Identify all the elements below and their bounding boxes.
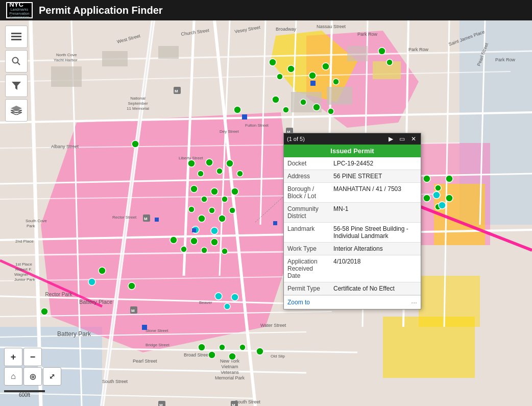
layers-button[interactable]: [5, 99, 28, 122]
svg-rect-168: [273, 221, 277, 225]
popup-field-label: Work Type: [284, 243, 330, 255]
filter-icon: [12, 82, 21, 90]
svg-text:Bridge Street: Bridge Street: [146, 343, 170, 347]
svg-text:Battery Place: Battery Place: [79, 299, 112, 305]
svg-point-154: [446, 195, 453, 202]
svg-point-124: [201, 196, 207, 202]
map-container: West Street Church Street Vesey Street B…: [0, 20, 532, 406]
page-title: Permit Application Finder: [39, 5, 163, 16]
svg-point-145: [99, 267, 106, 274]
locate-button[interactable]: ◎: [23, 367, 42, 386]
svg-point-131: [219, 215, 226, 222]
popup-field-label: Application Received Date: [284, 255, 330, 282]
logo-text: NYC: [9, 1, 29, 8]
svg-point-127: [231, 188, 238, 195]
zoom-in-button[interactable]: +: [4, 348, 22, 366]
svg-text:South Cove: South Cove: [26, 219, 47, 223]
map-background: West Street Church Street Vesey Street B…: [0, 20, 532, 406]
app-header: NYC LandmarksPreservationCommission Perm…: [0, 0, 532, 20]
svg-text:Albany Street: Albany Street: [51, 144, 79, 149]
search-button[interactable]: [5, 50, 28, 73]
more-options-button[interactable]: ···: [411, 298, 417, 306]
popup-field-value: LPC-19-24452: [330, 157, 421, 170]
svg-point-121: [226, 160, 233, 167]
svg-point-107: [322, 63, 329, 70]
svg-rect-167: [155, 218, 159, 222]
popup-table-row: DocketLPC-19-24452: [284, 157, 421, 170]
list-view-button[interactable]: [5, 26, 28, 48]
svg-point-135: [190, 237, 198, 245]
svg-text:Fulton Street: Fulton Street: [245, 123, 269, 128]
svg-rect-166: [192, 228, 196, 232]
zoom-to-link[interactable]: Zoom to: [287, 299, 310, 306]
svg-text:Vietnam: Vietnam: [222, 364, 238, 369]
svg-point-125: [211, 188, 218, 195]
svg-text:North Cove: North Cove: [56, 53, 77, 57]
svg-text:Stone Street: Stone Street: [146, 328, 168, 333]
popup-close-button[interactable]: ✕: [409, 135, 418, 142]
permit-popup: (1 of 5) ▶ ▭ ✕ Issued Permit DocketLPC-1…: [283, 133, 421, 309]
popup-table-row: Work TypeInterior Alterations: [284, 243, 421, 255]
svg-point-120: [216, 168, 223, 174]
svg-text:M: M: [232, 403, 235, 406]
popup-table-row: Address56 PINE STREET: [284, 170, 421, 183]
svg-point-156: [211, 227, 218, 234]
zoom-out-button[interactable]: −: [23, 348, 42, 366]
svg-point-157: [88, 278, 95, 285]
svg-text:Battery Park: Battery Park: [57, 330, 91, 338]
svg-text:Park Row: Park Row: [495, 57, 516, 62]
left-toolbar: [5, 26, 28, 122]
svg-point-128: [188, 206, 195, 212]
extent-button[interactable]: ⤢: [43, 367, 61, 386]
filter-button[interactable]: [5, 75, 28, 97]
svg-point-139: [198, 344, 205, 351]
popup-field-value: Certificate of No Effect: [330, 282, 421, 295]
popup-field-value: 56 PINE STREET: [330, 170, 421, 183]
popup-field-value: Interior Alterations: [330, 243, 421, 255]
home-button[interactable]: ⌂: [4, 367, 22, 386]
list-icon: [11, 33, 21, 41]
svg-text:M: M: [159, 403, 163, 406]
svg-point-152: [423, 195, 430, 202]
svg-point-117: [188, 160, 195, 167]
svg-point-115: [313, 104, 320, 111]
svg-point-133: [170, 236, 177, 244]
svg-point-140: [208, 351, 215, 359]
svg-point-136: [201, 247, 207, 253]
search-icon: [12, 57, 21, 66]
svg-text:Pearl Street: Pearl Street: [133, 359, 157, 364]
svg-text:September: September: [128, 101, 148, 106]
svg-point-173: [13, 58, 18, 63]
popup-play-button[interactable]: ▶: [387, 135, 395, 142]
svg-marker-175: [12, 82, 21, 90]
map-controls: + − ⌂ ◎ ⤢: [4, 348, 61, 386]
svg-text:Nassau Street: Nassau Street: [317, 24, 346, 29]
popup-field-label: Community District: [284, 203, 330, 223]
svg-text:Rector Park: Rector Park: [45, 292, 73, 297]
popup-window-button[interactable]: ▭: [398, 135, 406, 142]
popup-header: (1 of 5) ▶ ▭ ✕: [284, 133, 421, 145]
permit-details-table: DocketLPC-19-24452Address56 PINE STREETB…: [284, 157, 421, 295]
svg-point-137: [211, 238, 218, 246]
svg-text:Wagner: Wagner: [14, 272, 29, 277]
svg-rect-165: [142, 325, 147, 330]
svg-point-109: [378, 47, 385, 55]
svg-point-118: [198, 171, 204, 177]
svg-rect-172: [11, 39, 21, 40]
svg-point-113: [283, 107, 289, 113]
layers-icon: [11, 106, 22, 115]
svg-point-116: [328, 108, 334, 114]
svg-point-149: [423, 175, 430, 182]
svg-point-147: [41, 308, 48, 315]
svg-point-123: [190, 185, 198, 193]
popup-table-row: Landmark56-58 Pine Street Building - Ind…: [284, 223, 421, 243]
svg-point-144: [132, 140, 139, 148]
popup-table-row: Application Received Date4/10/2018: [284, 255, 421, 282]
svg-rect-170: [11, 33, 21, 34]
svg-text:South Street: South Street: [102, 379, 128, 384]
svg-text:M: M: [175, 89, 178, 93]
svg-point-122: [237, 171, 243, 177]
svg-point-105: [287, 65, 295, 73]
svg-text:National: National: [130, 96, 146, 101]
svg-text:South Street: South Street: [235, 399, 261, 404]
